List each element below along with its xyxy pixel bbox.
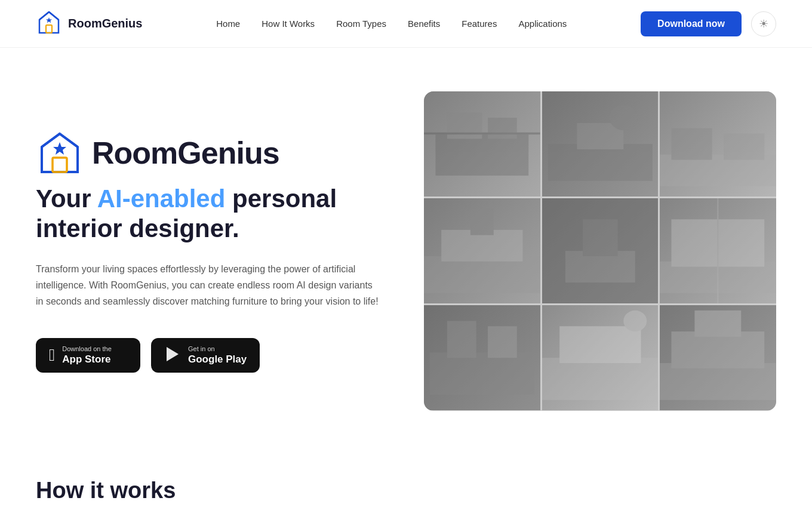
hero-description: Transform your living spaces effortlessl… xyxy=(36,261,382,310)
svg-rect-23 xyxy=(447,321,476,358)
svg-rect-13 xyxy=(424,256,540,293)
svg-rect-7 xyxy=(548,144,652,181)
nav-links: Home How It Works Room Types Benefits Fe… xyxy=(216,19,567,29)
hero-section: RoomGenius Your AI-enabled personal inte… xyxy=(0,48,812,454)
sun-icon: ☀ xyxy=(759,17,768,30)
nav-link-home[interactable]: Home xyxy=(216,19,240,29)
how-it-works-section: How it works xyxy=(0,454,812,513)
svg-rect-0 xyxy=(46,25,52,33)
room-image-1 xyxy=(424,91,540,196)
nav-logo[interactable]: RoomGenius xyxy=(36,9,142,38)
nav-link-how-it-works[interactable]: How It Works xyxy=(262,19,315,29)
app-store-button[interactable]:  Download on the App Store xyxy=(36,338,140,373)
room-image-5 xyxy=(542,198,659,303)
app-store-text: Download on the App Store xyxy=(62,345,112,365)
svg-rect-12 xyxy=(724,133,764,159)
apple-icon:  xyxy=(49,347,55,364)
room-image-9 xyxy=(660,305,776,410)
room-images-grid xyxy=(424,91,776,411)
svg-rect-15 xyxy=(470,208,494,235)
svg-rect-3 xyxy=(435,133,528,176)
download-now-button[interactable]: Download now xyxy=(641,11,742,36)
svg-rect-5 xyxy=(488,118,517,139)
svg-rect-28 xyxy=(660,363,776,400)
svg-marker-2 xyxy=(167,347,179,361)
svg-rect-30 xyxy=(695,311,742,337)
navbar: RoomGenius Home How It Works Room Types … xyxy=(0,0,812,48)
svg-point-27 xyxy=(623,311,647,331)
nav-link-applications[interactable]: Applications xyxy=(518,19,567,29)
nav-logo-text: RoomGenius xyxy=(68,17,142,30)
tagline-highlight: AI-enabled xyxy=(97,185,226,213)
hero-content: RoomGenius Your AI-enabled personal inte… xyxy=(36,129,388,373)
hero-brand-name: RoomGenius xyxy=(92,135,279,171)
room-image-8 xyxy=(542,305,659,410)
room-image-3 xyxy=(660,91,776,196)
svg-rect-4 xyxy=(447,112,482,139)
how-it-works-title: How it works xyxy=(36,478,776,503)
svg-rect-22 xyxy=(430,353,534,395)
nav-link-benefits[interactable]: Benefits xyxy=(408,19,440,29)
logo-icon xyxy=(36,9,62,38)
google-play-icon xyxy=(164,346,181,365)
svg-rect-29 xyxy=(672,331,765,368)
svg-rect-18 xyxy=(583,219,617,256)
hero-logo-icon xyxy=(36,129,84,177)
hero-tagline: Your AI-enabled personal interior design… xyxy=(36,184,388,244)
hero-image xyxy=(424,91,776,411)
room-image-2 xyxy=(542,91,659,196)
nav-actions: Download now ☀ xyxy=(641,11,776,36)
svg-rect-24 xyxy=(488,326,517,358)
google-play-button[interactable]: Get in on Google Play xyxy=(151,338,260,373)
store-buttons:  Download on the App Store Get in on Go… xyxy=(36,338,388,373)
svg-rect-25 xyxy=(542,358,659,400)
room-image-4 xyxy=(424,198,540,303)
svg-rect-1 xyxy=(53,158,67,172)
nav-link-features[interactable]: Features xyxy=(462,19,497,29)
room-image-6 xyxy=(660,198,776,303)
room-image-7 xyxy=(424,305,540,410)
nav-link-room-types[interactable]: Room Types xyxy=(336,19,386,29)
svg-rect-11 xyxy=(672,128,712,159)
hero-brand: RoomGenius xyxy=(36,129,388,177)
svg-point-9 xyxy=(610,105,638,130)
google-play-text: Get in on Google Play xyxy=(188,345,247,365)
theme-toggle-button[interactable]: ☀ xyxy=(751,11,776,36)
tagline-plain: Your xyxy=(36,185,97,213)
svg-rect-26 xyxy=(559,326,641,363)
